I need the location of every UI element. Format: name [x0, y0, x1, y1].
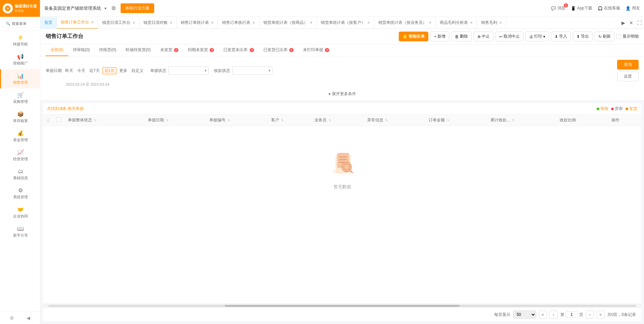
- industry-solution-button[interactable]: 体验行业方案: [121, 3, 154, 13]
- tab-product-margin[interactable]: 商品毛利分析表 ✕: [436, 17, 477, 29]
- payment-select-wrapper: ▾: [232, 67, 272, 75]
- date-option-yesterday[interactable]: 昨天: [64, 67, 75, 74]
- sidebar-item-inventory[interactable]: 📦 库存核算: [0, 108, 40, 127]
- sort-exception-icon[interactable]: ⇅: [385, 118, 388, 122]
- date-option-7days[interactable]: 近7天: [88, 67, 101, 74]
- sort-collected-icon[interactable]: ⇅: [512, 118, 514, 122]
- page-actions: ⭐ 智能生单 + 新增 🗑 删除 ⊗ 中止 ↩ 取消中止: [399, 32, 639, 41]
- stop-button[interactable]: ⊗ 中止: [474, 32, 493, 41]
- tab-close-icon[interactable]: ✕: [132, 21, 135, 25]
- settings-bottom-button[interactable]: ⚙: [10, 315, 14, 321]
- star-icon: ⭐: [402, 34, 407, 39]
- tab-cash-reconcile[interactable]: 钱货日清对账 ✕: [139, 17, 177, 29]
- date-option-custom[interactable]: 自定义: [130, 67, 145, 74]
- tab-sales-summary-staff[interactable]: 销货单统计表（按业务员） ✕: [374, 17, 436, 29]
- sort-staff-icon[interactable]: ⇅: [329, 118, 331, 122]
- online-service-button[interactable]: 🎧 在线客服: [598, 5, 620, 11]
- filter-tab-all[interactable]: 全部(0): [46, 44, 68, 56]
- page-input[interactable]: [566, 311, 578, 318]
- search-settings-button[interactable]: 设置: [617, 72, 639, 81]
- sidebar-item-sales[interactable]: 📊 销售管理: [0, 69, 40, 88]
- smart-generate-button[interactable]: ⭐ 智能生单: [399, 32, 428, 41]
- message-button[interactable]: 💬 消息 6: [551, 5, 565, 11]
- next-page-button[interactable]: ›: [586, 311, 594, 319]
- delete-button[interactable]: 🗑 删除: [451, 32, 472, 41]
- filter-tab-shipped-not-out[interactable]: 已发货未出库 0: [219, 44, 258, 56]
- tab-close-icon[interactable]: ✕: [252, 21, 255, 25]
- sidebar-item-enterprise[interactable]: 🤝 企业协同: [0, 203, 40, 222]
- select-all-checkbox[interactable]: [56, 117, 61, 122]
- sidebar-item-purchase[interactable]: 🛒 采购管理: [0, 88, 40, 108]
- sidebar-item-operations[interactable]: 📈 经营管理: [0, 146, 40, 165]
- status-select[interactable]: [168, 67, 209, 75]
- sidebar-item-basic-info[interactable]: 🗂 基础信息: [0, 165, 40, 184]
- date-option-today[interactable]: 今天: [76, 67, 87, 74]
- expand-conditions-button[interactable]: ▾ 展开更多条件: [329, 91, 356, 97]
- tab-fullscreen-button[interactable]: ⛶: [635, 17, 644, 29]
- per-page-select[interactable]: 50 10 20 100: [513, 311, 536, 319]
- tab-close-icon[interactable]: ✕: [367, 21, 370, 25]
- first-page-button[interactable]: «: [539, 311, 547, 319]
- tab-cash-daily[interactable]: 钱货日清工作台 ✕: [98, 17, 139, 29]
- filter-tab-shipped-out[interactable]: 已发货已出库 0: [259, 44, 298, 56]
- tab-close-icon[interactable]: ✕: [470, 21, 473, 25]
- empty-state: 暂无数据: [43, 126, 641, 210]
- sidebar-search-button[interactable]: 🔍 搜索菜单: [3, 19, 37, 28]
- filter-tab-pending-review[interactable]: 待审核(0): [68, 44, 95, 56]
- sidebar-item-guide[interactable]: 📖 新手引导: [0, 222, 40, 241]
- sort-customer-icon[interactable]: ⇅: [281, 118, 284, 122]
- system-dropdown[interactable]: ▾: [104, 6, 106, 11]
- date-option-more[interactable]: 更多: [118, 67, 129, 74]
- tab-close-icon[interactable]: ✕: [429, 21, 431, 25]
- tab-sales-margin[interactable]: 销售毛利 ✕: [477, 17, 506, 29]
- sort-number-icon[interactable]: ⇅: [227, 118, 230, 122]
- topbar-settings-icon[interactable]: ⚙: [111, 5, 116, 11]
- refresh-button[interactable]: ↻ 刷新: [595, 32, 614, 41]
- tab-sales-summary-customer[interactable]: 销货单统计表（按客户） ✕: [317, 17, 374, 29]
- add-button[interactable]: + 新增: [430, 32, 449, 41]
- filter-tab-wangpu-ship[interactable]: 旺铺待发货(0): [121, 44, 156, 56]
- tab-close-icon[interactable]: ✕: [91, 21, 94, 24]
- sort-date-icon[interactable]: ⇅: [166, 118, 168, 122]
- filter-tab-overdue-ship[interactable]: 到期未发货 0: [183, 44, 219, 56]
- filter-tab-not-shipped[interactable]: 未发货 0: [156, 44, 183, 56]
- tab-sales-stats[interactable]: 销售订单统计表 ✕: [177, 17, 218, 29]
- query-button[interactable]: 查询: [617, 60, 639, 70]
- sidebar-item-quick-nav[interactable]: ⚡ 快捷导航: [0, 31, 40, 50]
- review-action-button[interactable]: 审核: [597, 106, 608, 112]
- print-button[interactable]: 🖨 打印 ▾: [525, 32, 549, 41]
- app-download-button[interactable]: 📱 App下载: [571, 5, 592, 11]
- sidebar-item-finance[interactable]: 💰 资金管理: [0, 127, 40, 146]
- sort-amount-icon[interactable]: ⇅: [447, 118, 449, 122]
- sidebar-item-system[interactable]: ⚙ 系统管理: [0, 184, 40, 203]
- date-option-1month[interactable]: 近1月: [102, 67, 117, 74]
- payment-select[interactable]: [232, 67, 272, 75]
- collapse-sidebar-button[interactable]: ◀: [27, 315, 30, 321]
- cancel-review-action-button[interactable]: 弃审: [611, 106, 623, 112]
- th-exception: 异常信息 ⇅: [364, 115, 426, 126]
- import-button[interactable]: ⬇ 导入: [551, 32, 571, 41]
- sidebar-item-marketing[interactable]: 📢 营销推广: [0, 50, 40, 69]
- tab-close-icon[interactable]: ✕: [170, 21, 172, 25]
- tab-close-all-button[interactable]: ✕: [627, 17, 635, 29]
- tab-sales-exec[interactable]: 销售订单执行表 ✕: [218, 17, 259, 29]
- last-page-button[interactable]: »: [597, 311, 605, 319]
- tab-close-icon[interactable]: ✕: [211, 21, 214, 25]
- tab-home[interactable]: 首页: [40, 17, 57, 29]
- show-detail-checkbox[interactable]: 显示明细: [616, 34, 639, 39]
- export-button[interactable]: ⬆ 导出: [573, 32, 593, 41]
- scrollbar-thumb[interactable]: [225, 305, 460, 307]
- cancel-stop-button[interactable]: ↩ 取消中止: [496, 32, 523, 41]
- filter-tab-not-printed[interactable]: 未打印单据 0: [298, 44, 334, 56]
- tab-close-icon[interactable]: ✕: [310, 21, 312, 25]
- tab-scroll-right-button[interactable]: ▶: [619, 17, 627, 29]
- horizontal-scrollbar[interactable]: [43, 303, 641, 308]
- tab-close-icon[interactable]: ✕: [499, 21, 502, 25]
- filter-tab-pending-inspect[interactable]: 待拣货(0): [94, 44, 121, 56]
- ship-action-button[interactable]: 发货: [626, 106, 637, 112]
- sort-status-icon[interactable]: ⇅: [94, 118, 96, 122]
- prev-page-button[interactable]: ‹: [550, 311, 558, 319]
- tab-sales-summary-product[interactable]: 销货单统计表（按商品） ✕: [259, 17, 317, 29]
- user-menu[interactable]: 👤 用友: [626, 5, 640, 11]
- tab-sales-workbench[interactable]: 销售订单工作台 ✕: [57, 17, 98, 29]
